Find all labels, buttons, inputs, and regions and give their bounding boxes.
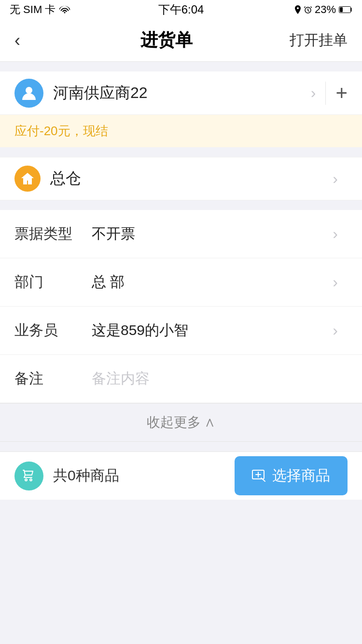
goods-icon [14,462,43,490]
select-goods-icon [252,470,266,482]
supplier-chevron-icon: › [311,84,316,102]
remark-input[interactable]: 备注内容 [82,369,348,389]
page-title: 进货单 [140,28,193,52]
cart-icon [22,469,36,483]
person-icon [20,84,38,102]
remark-label: 备注 [14,369,82,389]
invoice-type-chevron-icon: › [333,225,338,243]
house-icon [20,171,35,186]
select-goods-label: 选择商品 [272,466,330,486]
department-label: 部门 [14,272,82,292]
department-row[interactable]: 部门 总 部 › [0,258,362,307]
alert-banner: 应付-20元，现结 [0,115,362,147]
remark-row[interactable]: 备注 备注内容 [0,355,362,403]
invoice-type-value: 不开票 [82,224,333,244]
bottom-bar: 共0种商品 选择商品 [0,451,362,500]
battery-icon [339,6,352,13]
location-icon [294,5,301,14]
svg-point-3 [26,87,32,94]
wifi-icon [59,6,70,14]
form-section: 票据类型 不开票 › 部门 总 部 › 业务员 这是859的小智 › 备注 备注… [0,210,362,403]
open-pending-button[interactable]: 打开挂单 [290,30,348,50]
goods-info: 共0种商品 [14,462,119,490]
status-bar-time: 下午6:04 [158,2,204,17]
status-bar-right: 23% [294,3,352,16]
invoice-type-label: 票据类型 [14,224,82,244]
warehouse-name: 总仓 [50,168,333,189]
department-value: 总 部 [82,272,333,292]
alarm-icon [304,5,312,14]
supplier-name: 河南供应商22 [53,83,311,104]
supplier-row[interactable]: 河南供应商22 › + [0,71,362,115]
salesperson-label: 业务员 [14,321,82,340]
salesperson-value: 这是859的小智 [82,321,333,340]
warehouse-row[interactable]: 总仓 › [0,157,362,200]
salesperson-row[interactable]: 业务员 这是859的小智 › [0,307,362,355]
svg-rect-2 [340,7,343,12]
status-bar: 无 SIM 卡 下午6:04 23% [0,0,362,19]
department-chevron-icon: › [333,273,338,291]
goods-count-label: 共0种商品 [53,466,119,486]
battery-label: 23% [315,3,336,16]
section-gap-1 [0,62,362,71]
supplier-avatar [14,79,43,108]
warehouse-icon [14,166,41,192]
collapse-button[interactable]: 收起更多 ∧ [0,403,362,442]
warehouse-chevron-icon: › [333,170,338,188]
status-bar-left: 无 SIM 卡 [10,2,70,17]
select-goods-button[interactable]: 选择商品 [235,456,348,495]
carrier-label: 无 SIM 卡 [10,2,56,17]
add-supplier-button[interactable]: + [325,82,348,105]
supplier-section: 河南供应商22 › + 应付-20元，现结 [0,71,362,147]
back-button[interactable]: ‹ [14,30,43,51]
alert-text: 应付-20元，现结 [14,124,108,138]
invoice-type-row[interactable]: 票据类型 不开票 › [0,210,362,258]
salesperson-chevron-icon: › [333,322,338,339]
nav-bar: ‹ 进货单 打开挂单 [0,19,362,62]
